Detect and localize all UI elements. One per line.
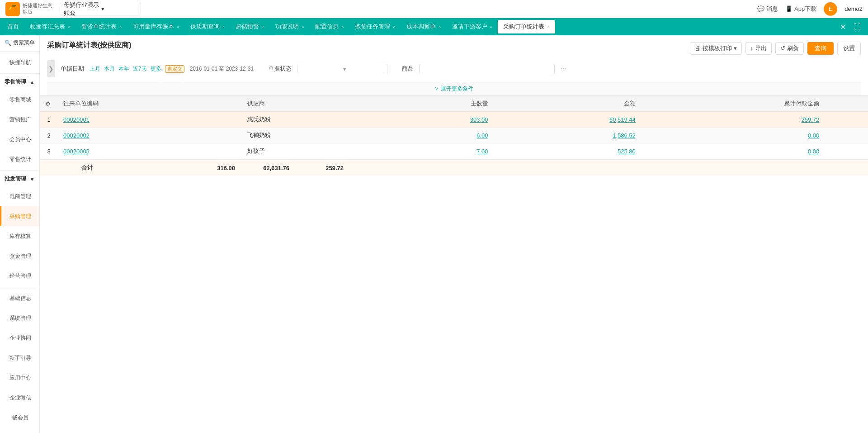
tab-close-icon[interactable]: × [547, 24, 550, 29]
refresh-icon: ↺ [780, 45, 785, 52]
tab-chengben[interactable]: 成本调整单 × [401, 20, 447, 33]
col-supplier: 供应商 [242, 96, 379, 112]
tab-home[interactable]: 首页 [2, 20, 24, 33]
sidebar-search[interactable]: 🔍 搜索菜单 [0, 35, 39, 50]
tab-close-icon[interactable]: × [222, 24, 225, 29]
sidebar-item-member-center[interactable]: 会员中心 [0, 129, 39, 149]
data-table-container: ⚙ 往来单位编码 供应商 主数量 金额 累计付款金额 1 00020001 惠氏… [40, 96, 868, 433]
refresh-button[interactable]: ↺ 刷新 [775, 42, 804, 55]
print-button[interactable]: 🖨 按模板打印 ▾ [690, 42, 742, 55]
export-icon: ↓ [750, 45, 754, 52]
date-filter-label: 单据日期 [61, 65, 84, 73]
avatar[interactable]: E [824, 2, 837, 16]
sidebar-item-finance[interactable]: 资金管理 [0, 246, 39, 266]
workspace-selector[interactable]: 母婴行业演示账套 ▾ [60, 3, 141, 15]
date-opt-more[interactable]: 更多 [151, 65, 161, 73]
sidebar-item-retail-mgmt[interactable]: 零售管理 ▲ [0, 75, 39, 90]
settings-button[interactable]: 设置 [837, 42, 861, 55]
user-name[interactable]: demo2 [844, 5, 863, 12]
query-button[interactable]: 查询 [807, 42, 834, 55]
chevron-down-icon: ▾ [343, 66, 383, 72]
sidebar-item-ecommerce[interactable]: 电商管理 [0, 186, 39, 206]
sidebar-collapse-button[interactable]: ❯ [47, 60, 55, 77]
tab-close-icon[interactable]: × [302, 24, 304, 29]
sidebar-item-retail-stats[interactable]: 零售统计 [0, 149, 39, 169]
tab-gongneng[interactable]: 功能说明 × [270, 20, 310, 33]
tab-close-icon[interactable]: × [490, 24, 493, 29]
logo-icon: 🍊 [5, 2, 20, 16]
goods-search-input[interactable] [423, 66, 551, 72]
cell-extra [825, 143, 868, 159]
main-content: 采购订单统计表(按供应商) 🖨 按模板打印 ▾ ↓ 导出 ↺ 刷新 [40, 35, 868, 433]
tab-yaohuo[interactable]: 要货单统计表 × [76, 20, 127, 33]
expand-conditions-label: ∨ 展开更多条件 [434, 85, 473, 93]
cell-extra [825, 128, 868, 143]
tab-chaochu[interactable]: 超储预警 × [230, 20, 270, 33]
print-icon: 🖨 [695, 45, 701, 52]
col-partner-code: 往来单位编码 [58, 96, 242, 112]
tab-close-icon[interactable]: × [341, 24, 344, 29]
sidebar-item-inventory[interactable]: 库存核算 [0, 226, 39, 246]
tab-close-icon[interactable]: × [439, 24, 441, 29]
sidebar-item-app-center[interactable]: 应用中心 [0, 368, 39, 388]
date-opt-7days[interactable]: 近7天 [133, 65, 147, 73]
table-row[interactable]: 1 00020001 惠氏奶粉 303.00 60,519.44 259.72 [40, 112, 868, 128]
table-row[interactable]: 3 00020005 好孩子 7.00 525.80 0.00 [40, 143, 868, 159]
sidebar-item-vip-member[interactable]: 畅会员 [0, 408, 39, 428]
date-opt-this-month[interactable]: 本月 [104, 65, 115, 73]
date-range-display: 2016-01-01 至 2023-12-31 [190, 65, 254, 73]
cell-no: 3 [40, 143, 58, 159]
sidebar-item-retail-store[interactable]: 零售商城 [0, 90, 39, 109]
date-options: 上月 本月 本年 近7天 更多 自定义 [90, 65, 184, 73]
date-opt-this-year[interactable]: 本年 [118, 65, 129, 73]
tab-close-icon[interactable]: × [119, 24, 122, 29]
cell-partner-code: 00020002 [58, 128, 242, 143]
sidebar-item-system-mgmt[interactable]: 系统管理 [0, 308, 39, 328]
cell-no: 1 [40, 112, 58, 128]
tab-yaoqing[interactable]: 邀请下游客户 × [447, 20, 498, 33]
sidebar: 🔍 搜索菜单 快捷导航 零售管理 ▲ 零售商城 营销推广 会员中心 零售统计 批… [0, 35, 40, 433]
sidebar-item-wholesale-mgmt[interactable]: 批发管理 ▼ [0, 171, 39, 186]
tab-close-icon[interactable]: × [68, 24, 71, 29]
sidebar-item-enterprise-wechat[interactable]: 企业微信 [0, 388, 39, 408]
tab-close-icon[interactable]: × [262, 24, 264, 29]
export-button[interactable]: ↓ 导出 [745, 42, 772, 55]
goods-input-container[interactable] [419, 64, 555, 74]
tab-close-icon[interactable]: × [177, 24, 179, 29]
tab-baozhi[interactable]: 保质期查询 × [185, 20, 231, 33]
sidebar-item-basic-info[interactable]: 基础信息 [0, 288, 39, 308]
cell-main-qty: 7.00 [378, 143, 493, 159]
sidebar-item-marketing[interactable]: 营销推广 [0, 109, 39, 129]
cell-supplier: 好孩子 [242, 143, 379, 159]
sidebar-divider [0, 73, 39, 74]
tab-close-icon[interactable]: × [393, 24, 396, 29]
expand-conditions-button[interactable]: ∨ 展开更多条件 [47, 82, 861, 95]
top-bar: 🍊 畅捷通好生意 标版 母婴行业演示账套 ▾ 💬 消息 📱 App下载 E de… [0, 0, 868, 18]
tab-caigou[interactable]: 采购订单统计表 × [498, 20, 555, 33]
sidebar-item-new-guide[interactable]: 新手引导 [0, 348, 39, 368]
tab-huohuo[interactable]: 拣货任务管理 × [349, 20, 401, 33]
settings-icon[interactable]: ⚙ [45, 100, 51, 107]
tab-peizhi[interactable]: 配置信息 × [310, 20, 349, 33]
message-button[interactable]: 💬 消息 [757, 5, 778, 13]
cell-main-qty: 6.00 [378, 128, 493, 143]
cell-amount: 525.80 [494, 143, 641, 159]
sidebar-item-quick-nav[interactable]: 快捷导航 [0, 52, 39, 72]
maximize-window-button[interactable]: ⛶ [852, 21, 863, 32]
tab-shofayihui[interactable]: 收发存汇总表 × [24, 20, 76, 33]
close-window-button[interactable]: ✕ [837, 21, 848, 32]
status-select[interactable]: ▾ [297, 64, 387, 74]
sidebar-item-purchase-mgmt[interactable]: 采购管理 [0, 206, 39, 226]
cell-partner-code: 00020005 [58, 143, 242, 159]
table-row[interactable]: 2 00020002 飞鹤奶粉 6.00 1,586.52 0.00 [40, 128, 868, 143]
date-opt-last-month[interactable]: 上月 [90, 65, 100, 73]
col-amount: 金额 [494, 96, 641, 112]
sidebar-item-operations[interactable]: 经营管理 [0, 266, 39, 286]
custom-date-tag[interactable]: 自定义 [165, 65, 184, 73]
more-options-button[interactable]: ··· [560, 65, 566, 73]
message-icon: 💬 [757, 5, 764, 12]
app-download-button[interactable]: 📱 App下载 [785, 5, 816, 13]
tab-keyongku[interactable]: 可用量库存账本 × [127, 20, 185, 33]
col-settings[interactable]: ⚙ [40, 96, 58, 112]
sidebar-item-enterprise-collab[interactable]: 企业协同 [0, 328, 39, 348]
